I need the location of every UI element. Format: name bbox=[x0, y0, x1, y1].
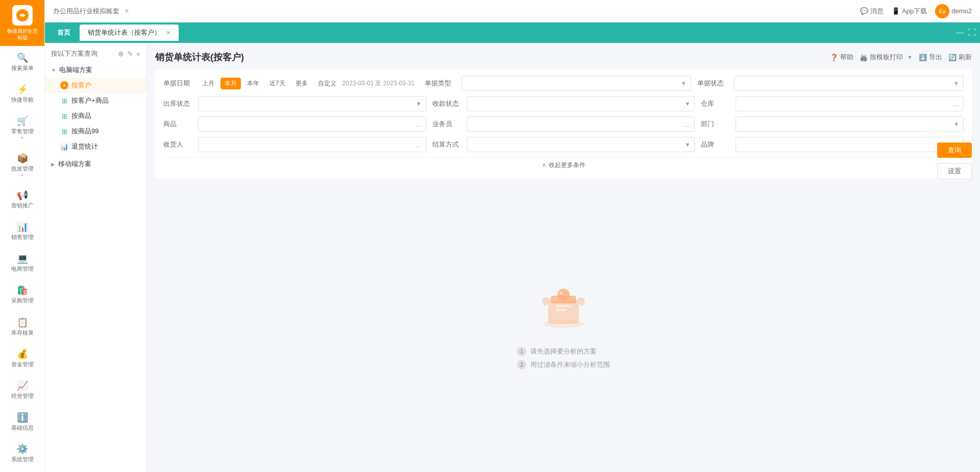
sidebar-item-search[interactable]: 🔍 搜索菜单 bbox=[0, 46, 44, 78]
svg-point-5 bbox=[559, 292, 562, 295]
tip-text-2: 用过滤条件来缩小分析范围 bbox=[530, 360, 610, 369]
sidebar-item-cooperation[interactable]: 🤝 企业协同 bbox=[0, 469, 44, 472]
tab-close-icon[interactable]: ✕ bbox=[166, 30, 170, 36]
sidebar-item-shortcut[interactable]: ⚡ 快捷导航 bbox=[0, 78, 44, 109]
sidebar-item-inventory[interactable]: 📋 库存核算 bbox=[0, 311, 44, 342]
refresh-button[interactable]: 🔄 刷新 bbox=[948, 53, 972, 62]
inventory-icon: 📋 bbox=[17, 317, 28, 328]
sidebar-item-label: 资金管理 bbox=[11, 361, 34, 368]
warehouse-dots: … bbox=[952, 100, 959, 108]
tab-home[interactable]: 首页 bbox=[49, 25, 79, 41]
scheme-item-by-customer[interactable]: ● 按客户 bbox=[45, 78, 146, 93]
shortcut-icon: ⚡ bbox=[17, 84, 28, 95]
wholesale-icon: 📦 bbox=[17, 153, 28, 164]
avatar: Ea bbox=[935, 4, 949, 18]
sidebar-item-operation[interactable]: 📈 经营管理 bbox=[0, 374, 44, 406]
scheme-group-mobile-header[interactable]: ▶ 移动端方案 bbox=[45, 156, 146, 172]
group-name: 移动端方案 bbox=[58, 159, 91, 169]
svg-rect-7 bbox=[556, 309, 566, 311]
search-icon: 🔍 bbox=[17, 52, 28, 63]
export-button[interactable]: ⬇️ 导出 bbox=[919, 53, 942, 62]
table-scheme-icon: ⊞ bbox=[60, 97, 68, 105]
dept-label: 部门 bbox=[701, 120, 729, 129]
header-right-actions: 💬 消息 📱 App下载 Ea demo2 bbox=[860, 4, 972, 18]
sidebar-item-system[interactable]: ⚙️ 系统管理 bbox=[0, 437, 44, 469]
date-btn-more[interactable]: 更多 bbox=[291, 78, 312, 89]
user-profile-button[interactable]: Ea demo2 bbox=[935, 4, 972, 18]
print-dropdown-icon: ▼ bbox=[907, 54, 913, 60]
page-title-bar: 销货单统计表(按客户) ❓ 帮助 🖨️ 按模板打印 ▼ ⬇️ 导出 bbox=[155, 51, 972, 63]
product-input[interactable]: … bbox=[198, 116, 426, 132]
sidebar-item-wholesale[interactable]: 📦 批发管理 ▲ bbox=[0, 147, 44, 183]
app-download-label: App下载 bbox=[902, 7, 927, 16]
sidebar-item-marketing[interactable]: 📢 营销推广 bbox=[0, 183, 44, 215]
query-button[interactable]: 查询 bbox=[937, 143, 972, 158]
filter-row-1: 单据日期 上月 本月 本年 近7天 更多 自定义 2023-03-01 至 20… bbox=[163, 76, 964, 91]
tab-maximize-icon[interactable]: ⛶ bbox=[968, 28, 976, 37]
sales-icon: 📊 bbox=[17, 221, 28, 232]
settlement-arrow-icon: ▼ bbox=[684, 141, 690, 148]
filter-row-3: 商品 … 业务员 … 部门 ▼ bbox=[163, 116, 964, 132]
filter-area: 单据日期 上月 本月 本年 近7天 更多 自定义 2023-03-01 至 20… bbox=[155, 69, 972, 179]
expand-arrow-icon: ▲ bbox=[20, 172, 24, 177]
scheme-group-desktop-header[interactable]: ▼ 电脑端方案 bbox=[45, 62, 146, 78]
out-status-select[interactable]: ▼ bbox=[198, 96, 426, 111]
add-scheme-icon[interactable]: ⊕ bbox=[118, 50, 124, 58]
settings-button[interactable]: 设置 bbox=[937, 163, 972, 179]
out-status-arrow-icon: ▼ bbox=[416, 101, 422, 107]
date-btn-last-month[interactable]: 上月 bbox=[198, 78, 218, 89]
help-button[interactable]: ❓ 帮助 bbox=[830, 53, 853, 62]
scheme-item-by-product[interactable]: ⊞ 按商品 bbox=[45, 108, 146, 124]
empty-tips: 1 请先选择要分析的方案 2 用过滤条件来缩小分析范围 bbox=[517, 347, 610, 373]
scheme-item-label: 按客户+商品 bbox=[71, 96, 109, 105]
app-download-button[interactable]: 📱 App下载 bbox=[892, 7, 927, 16]
sidebar-item-label: 销售管理 bbox=[11, 234, 34, 241]
print-button[interactable]: 🖨️ 按模板打印 ▼ bbox=[860, 53, 913, 62]
scheme-item-return-stat[interactable]: 📊 退货统计 bbox=[45, 139, 146, 154]
collapse-filters-button[interactable]: ∧ 收起更多条件 bbox=[163, 157, 964, 173]
sidebar: 畅捷通好生意 标版 🔍 搜索菜单 ⚡ 快捷导航 🛒 零售管理 ▼ 📦 批发管理 … bbox=[0, 0, 45, 472]
scheme-item-by-customer-product[interactable]: ⊞ 按客户+商品 bbox=[45, 93, 146, 108]
date-btn-custom[interactable]: 自定义 bbox=[314, 78, 340, 89]
brand-input[interactable]: … bbox=[736, 137, 964, 152]
date-btn-this-month[interactable]: 本月 bbox=[220, 78, 241, 89]
date-btn-this-year[interactable]: 本年 bbox=[243, 78, 263, 89]
dept-select[interactable]: ▼ bbox=[736, 116, 964, 132]
sidebar-item-retail[interactable]: 🛒 零售管理 ▼ bbox=[0, 109, 44, 146]
empty-illustration bbox=[533, 275, 594, 337]
consignee-input[interactable]: … bbox=[198, 137, 426, 152]
breadcrumb: 办公用品行业模拟账套 bbox=[53, 7, 119, 16]
doc-type-select[interactable]: ▼ bbox=[461, 76, 691, 91]
sidebar-item-sales[interactable]: 📊 销售管理 bbox=[0, 215, 44, 247]
receipt-status-select[interactable]: ▼ bbox=[467, 96, 695, 111]
doc-status-arrow-icon: ▼ bbox=[953, 80, 959, 86]
doc-status-select[interactable]: ▼ bbox=[734, 76, 964, 91]
settlement-select[interactable]: ▼ bbox=[467, 137, 695, 152]
tab-sales-stat-label: 销货单统计表（按客户） bbox=[88, 28, 161, 37]
download-icon: 📱 bbox=[892, 7, 900, 15]
filter-row-2: 出库状态 ▼ 收款状态 ▼ 仓库 … bbox=[163, 96, 964, 111]
sidebar-item-ecommerce[interactable]: 💻 电商管理 bbox=[0, 247, 44, 278]
edit-scheme-icon[interactable]: ✎ bbox=[127, 50, 133, 58]
svg-point-4 bbox=[557, 289, 570, 301]
panel-actions: ⊕ ✎ « bbox=[118, 50, 140, 58]
messages-button[interactable]: 💬 消息 bbox=[860, 7, 884, 16]
page-tools: ❓ 帮助 🖨️ 按模板打印 ▼ ⬇️ 导出 🔄 刷新 bbox=[830, 53, 972, 62]
sidebar-item-purchase[interactable]: 🛍️ 采购管理 bbox=[0, 278, 44, 310]
warehouse-input[interactable]: … bbox=[736, 96, 964, 111]
group-expand-icon: ▼ bbox=[51, 67, 56, 73]
scheme-item-label: 按商品 bbox=[71, 111, 91, 121]
collapse-label: 收起更多条件 bbox=[549, 161, 585, 169]
refresh-label: 刷新 bbox=[959, 53, 972, 62]
salesperson-input[interactable]: … bbox=[467, 116, 695, 132]
collapse-panel-icon[interactable]: « bbox=[136, 50, 140, 58]
scheme-group-mobile: ▶ 移动端方案 bbox=[45, 156, 146, 172]
tab-minimize-icon[interactable]: — bbox=[955, 28, 964, 37]
date-btn-last-7-days[interactable]: 近7天 bbox=[265, 78, 289, 89]
tab-sales-stat[interactable]: 销货单统计表（按客户） ✕ bbox=[80, 25, 179, 41]
sidebar-item-label: 采购管理 bbox=[11, 297, 34, 304]
sidebar-item-basic[interactable]: ℹ️ 基础信息 bbox=[0, 406, 44, 437]
scheme-item-by-product99[interactable]: ⊞ 按商品99 bbox=[45, 124, 146, 139]
sidebar-item-finance[interactable]: 💰 资金管理 bbox=[0, 342, 44, 374]
sidebar-item-label: 电商管理 bbox=[11, 266, 34, 272]
